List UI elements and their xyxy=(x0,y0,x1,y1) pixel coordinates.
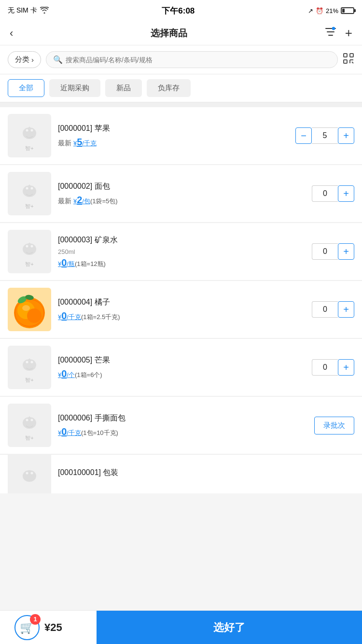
svg-marker-40 xyxy=(28,358,31,360)
tab-negative-stock[interactable]: 负库存 xyxy=(147,79,191,97)
category-label: 分类 xyxy=(15,55,29,64)
svg-point-45 xyxy=(31,419,33,421)
quantity-increase-button[interactable]: + xyxy=(338,301,354,318)
table-row: 智+ [0000002] 面包 最新 ¥2/包(1袋=5包) + xyxy=(0,165,362,222)
alarm-icon: ⏰ xyxy=(316,7,323,14)
quantity-input[interactable] xyxy=(312,127,338,144)
svg-marker-15 xyxy=(28,126,31,128)
product-thumbnail xyxy=(8,288,51,331)
table-row: [000100001] 包装 xyxy=(0,455,362,493)
cart-area: 🛒 1 ¥25 xyxy=(0,615,97,640)
location-icon: ↗ xyxy=(308,7,313,14)
quantity-input[interactable] xyxy=(312,243,338,260)
quantity-control: + xyxy=(312,301,354,318)
carrier-label: 无 SIM 卡 xyxy=(8,6,37,15)
svg-line-9 xyxy=(352,62,353,63)
product-name: [0000002] 面包 xyxy=(58,182,305,192)
category-button[interactable]: 分类 › xyxy=(8,51,41,68)
tab-new[interactable]: 新品 xyxy=(105,79,142,97)
svg-marker-27 xyxy=(28,242,31,244)
product-price: ¥0/千克(1包=10千克) xyxy=(58,426,307,437)
svg-marker-46 xyxy=(28,416,31,418)
quantity-increase-button[interactable]: + xyxy=(338,185,354,202)
svg-point-19 xyxy=(26,187,28,189)
product-thumbnail: 智+ xyxy=(8,230,51,273)
product-thumbnail xyxy=(8,455,51,493)
search-input[interactable] xyxy=(66,56,331,64)
svg-point-50 xyxy=(26,472,28,475)
table-row: 智+ [0000003] 矿泉水 250ml ¥0/瓶(1箱=12瓶) + xyxy=(0,223,362,280)
filter-icon[interactable] xyxy=(325,27,336,40)
nav-bar: ‹ 选择商品 + xyxy=(0,21,362,45)
product-info: [000100001] 包装 xyxy=(58,468,354,481)
svg-point-20 xyxy=(31,187,33,189)
quantity-control: − + xyxy=(295,127,354,144)
cart-total: ¥25 xyxy=(44,621,62,634)
quantity-control: + xyxy=(312,359,354,376)
product-name: [0000006] 手撕面包 xyxy=(58,413,307,423)
quantity-input[interactable] xyxy=(312,301,338,318)
tab-bar: 全部 近期采购 新品 负库存 xyxy=(0,74,362,102)
product-price: ¥0/瓶(1箱=12瓶) xyxy=(58,257,305,268)
svg-point-44 xyxy=(26,419,28,421)
product-info: [0000001] 苹果 最新 ¥5/千克 xyxy=(58,124,289,148)
product-spec: 250ml xyxy=(58,248,305,255)
product-thumbnail: 智+ xyxy=(8,346,51,389)
svg-point-47 xyxy=(23,470,36,482)
battery-percent: 21% xyxy=(326,7,338,14)
svg-marker-21 xyxy=(28,184,31,186)
product-price: 最新 ¥2/包(1袋=5包) xyxy=(58,195,305,206)
search-box: 🔍 xyxy=(46,51,338,68)
table-row: 智+ [0000001] 苹果 最新 ¥5/千克 − + xyxy=(0,107,362,164)
svg-point-26 xyxy=(31,245,33,247)
tab-recent[interactable]: 近期采购 xyxy=(49,79,100,97)
svg-point-38 xyxy=(26,361,28,363)
product-info: [0000002] 面包 最新 ¥2/包(1袋=5包) xyxy=(58,182,305,206)
quantity-input[interactable] xyxy=(312,185,338,202)
cart-badge: 1 xyxy=(30,614,41,625)
product-info: [0000003] 矿泉水 250ml ¥0/瓶(1箱=12瓶) xyxy=(58,235,305,268)
product-info: [0000004] 橘子 ¥0/千克(1箱=2.5千克) xyxy=(58,297,305,322)
product-list: 智+ [0000001] 苹果 最新 ¥5/千克 − + xyxy=(0,107,362,493)
quantity-input[interactable] xyxy=(312,359,338,376)
product-name: [000100001] 包装 xyxy=(58,468,354,478)
svg-point-34 xyxy=(22,305,30,311)
svg-point-13 xyxy=(26,129,28,131)
batch-button[interactable]: 录批次 xyxy=(314,417,354,434)
product-name: [0000005] 芒果 xyxy=(58,355,305,365)
add-icon[interactable]: + xyxy=(345,26,352,41)
quantity-increase-button[interactable]: + xyxy=(338,359,354,376)
tab-all[interactable]: 全部 xyxy=(8,79,44,97)
quantity-decrease-button[interactable]: − xyxy=(295,127,312,144)
chevron-right-icon: › xyxy=(31,56,34,64)
svg-rect-4 xyxy=(344,54,347,57)
svg-point-39 xyxy=(31,361,33,363)
svg-point-3 xyxy=(332,27,335,30)
product-name: [0000001] 苹果 xyxy=(58,124,289,134)
status-time: 下午6:08 xyxy=(162,5,195,16)
filter-bar: 分类 › 🔍 xyxy=(0,45,362,74)
quantity-control: + xyxy=(312,185,354,202)
quantity-increase-button[interactable]: + xyxy=(338,127,354,144)
product-price: ¥0/千克(1箱=2.5千克) xyxy=(58,310,305,322)
table-row: [0000004] 橘子 ¥0/千克(1箱=2.5千克) + xyxy=(0,281,362,338)
cart-button[interactable]: 🛒 1 xyxy=(14,615,40,640)
product-info: [0000005] 芒果 ¥0/个(1箱=6个) xyxy=(58,355,305,379)
search-icon: 🔍 xyxy=(53,55,63,64)
back-button[interactable]: ‹ xyxy=(10,27,13,40)
divider xyxy=(0,102,362,107)
wifi-icon xyxy=(40,7,49,15)
quantity-control: + xyxy=(312,243,354,260)
svg-point-25 xyxy=(26,245,28,247)
status-left: 无 SIM 卡 xyxy=(8,6,49,15)
product-price: 最新 ¥5/千克 xyxy=(58,137,289,148)
table-row: 智+ [0000006] 手撕面包 ¥0/千克(1包=10千克) 录批次 xyxy=(0,397,362,454)
scan-icon[interactable] xyxy=(343,53,354,67)
status-bar: 无 SIM 卡 下午6:08 ↗ ⏰ 21% xyxy=(0,0,362,21)
battery-icon xyxy=(341,7,354,14)
quantity-increase-button[interactable]: + xyxy=(338,243,354,260)
confirm-button[interactable]: 选好了 xyxy=(97,611,362,644)
product-thumbnail: 智+ xyxy=(8,172,51,215)
product-name: [0000004] 橘子 xyxy=(58,297,305,308)
product-thumbnail: 智+ xyxy=(8,404,51,447)
